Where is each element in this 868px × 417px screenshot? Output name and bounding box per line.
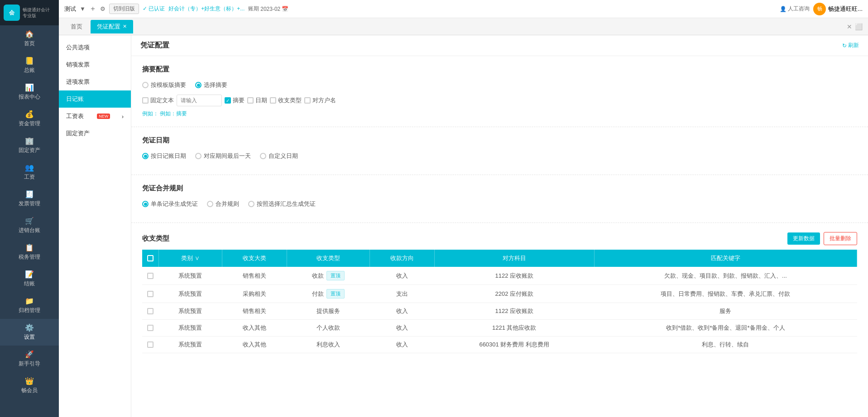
checkbox-party-name[interactable]: 对方户名	[304, 96, 336, 104]
left-nav-payroll[interactable]: 工资表 NEW ›	[59, 108, 131, 125]
checkbox-income-type[interactable]: 收支类型	[270, 96, 302, 104]
table-row: 系统预置 销售相关 提供服务 收入 1122 应收账款 服务	[142, 303, 857, 320]
sidebar-item-salary[interactable]: 👥 工资	[0, 159, 59, 185]
home-icon: 🏠	[25, 30, 34, 38]
sidebar-item-archive[interactable]: 📁 归档管理	[0, 292, 59, 319]
refresh-button[interactable]: ↻ 刷新	[842, 42, 859, 49]
radio-template[interactable]: 按模板版摘要	[142, 81, 186, 89]
sidebar-item-invoice[interactable]: 🧾 发票管理	[0, 185, 59, 212]
left-nav-public[interactable]: 公共选项	[59, 39, 131, 56]
cell-subject-2: 1122 应收账款	[434, 303, 594, 320]
radio-single-label: 单条记录生成凭证	[151, 200, 198, 208]
select-all-checkbox[interactable]	[147, 255, 153, 261]
radio-template-circle	[142, 82, 149, 88]
left-nav-purchase-invoice[interactable]: 进项发票	[59, 73, 131, 90]
cell-category-0: 系统预置	[158, 267, 222, 285]
calendar-icon[interactable]: 📅	[282, 6, 288, 12]
checkbox-party-label: 对方户名	[312, 96, 336, 104]
fixed-text-input[interactable]	[177, 95, 222, 106]
cell-keywords-4: 利息、行转、续自	[594, 336, 857, 353]
th-checkbox[interactable]	[142, 250, 158, 267]
row-checkbox-box-1[interactable]	[147, 291, 153, 297]
checkbox-date[interactable]: 日期	[247, 96, 267, 104]
row-checkbox-3[interactable]	[142, 320, 158, 336]
sidebar-item-reports[interactable]: 📊 报表中心	[0, 79, 59, 105]
table-row: 系统预置 收入其他 利息收入 收入 660301 财务费用 利息费用 利息、行转…	[142, 336, 857, 353]
reports-icon: 📊	[25, 83, 34, 92]
radio-custom-date[interactable]: 自定义日期	[260, 152, 298, 160]
tab-home[interactable]: 首页	[64, 20, 89, 33]
sidebar-item-settings[interactable]: ⚙️ 设置	[0, 319, 59, 346]
window-close-icon[interactable]: ✕	[847, 23, 852, 30]
sidebar-label-salary: 工资	[24, 173, 35, 181]
logo-text: 畅捷通好会计 专业版	[23, 7, 50, 19]
checkbox-fixed-box	[142, 97, 149, 104]
sidebar-item-guide[interactable]: 🚀 新手引导	[0, 346, 59, 372]
payroll-arrow-icon: ›	[122, 113, 124, 120]
sidebar-label-archive: 归档管理	[19, 307, 40, 314]
sidebar-item-assets[interactable]: 🏢 固定资产	[0, 132, 59, 159]
sidebar-label-purchase: 进销台账	[19, 227, 40, 234]
archive-icon: 📁	[25, 297, 34, 305]
date-title: 凭证日期	[142, 136, 857, 145]
add-button[interactable]: ＋	[89, 4, 96, 14]
topbar-settings-icon[interactable]: ⚙	[100, 5, 106, 12]
example-value: 例如：摘要	[160, 110, 187, 117]
row-checkbox-box-3[interactable]	[147, 325, 153, 331]
radio-single-record[interactable]: 单条记录生成凭证	[142, 200, 198, 208]
window-maximize-icon[interactable]: ⬜	[855, 23, 863, 30]
sidebar-item-ledger[interactable]: 📒 总账	[0, 52, 59, 79]
row-checkbox-box-0[interactable]	[147, 273, 153, 279]
radio-period-last[interactable]: 对应期间最后一天	[195, 152, 251, 160]
ledger-icon: 📒	[25, 57, 34, 65]
summary-checkbox-group: 固定文本 ✓ 摘要 日期 收支类型	[142, 95, 857, 106]
certified-tag: ✓ 已认证	[143, 5, 165, 13]
row-checkbox-0[interactable]	[142, 267, 158, 285]
sidebar-item-tax[interactable]: 📋 税务管理	[0, 239, 59, 265]
radio-select-label: 选择摘要	[204, 81, 227, 89]
checkbox-party-box	[304, 97, 311, 104]
row-checkbox-box-2[interactable]	[147, 308, 153, 314]
top-tag-btn-1[interactable]: 置顶	[326, 289, 345, 299]
sidebar-item-member[interactable]: 👑 畅会员	[0, 372, 59, 399]
tab-voucher-label: 凭证配置	[97, 23, 120, 31]
radio-summary-generate[interactable]: 按照选择汇总生成凭证	[248, 200, 316, 208]
radio-select[interactable]: 选择摘要	[195, 81, 227, 89]
user-area[interactable]: 畅 畅捷通旺旺...	[813, 3, 863, 15]
left-nav-sales-invoice[interactable]: 销项发票	[59, 56, 131, 73]
row-checkbox-1[interactable]	[142, 285, 158, 303]
sidebar-item-home[interactable]: 🏠 首页	[0, 25, 59, 52]
sidebar-item-purchase[interactable]: 🛒 进销台账	[0, 212, 59, 239]
batch-delete-button[interactable]: 批量删除	[824, 232, 857, 245]
row-checkbox-box-4[interactable]	[147, 341, 153, 348]
help-icon: 👤	[780, 6, 786, 12]
example-text: 例如： 例如：摘要	[142, 110, 857, 118]
row-checkbox-4[interactable]	[142, 336, 158, 353]
radio-merge-rule[interactable]: 合并规则	[207, 200, 239, 208]
merge-radio-group: 单条记录生成凭证 合并规则 按照选择汇总生成凭证	[142, 200, 857, 208]
top-tag-btn-0[interactable]: 置顶	[326, 271, 345, 280]
checkbox-fixed-text[interactable]: 固定文本	[142, 96, 174, 104]
radio-summary-label: 按照选择汇总生成凭证	[257, 200, 316, 208]
tab-home-label: 首页	[71, 23, 82, 30]
help-button[interactable]: 👤 人工咨询	[780, 5, 810, 13]
radio-diary-label: 按日记账日期	[151, 152, 186, 160]
tab-voucher-config[interactable]: 凭证配置 ✕	[91, 20, 133, 33]
checkbox-summary[interactable]: ✓ 摘要	[225, 96, 245, 104]
page-title: 凭证配置	[140, 41, 169, 50]
company-dropdown[interactable]: ▼	[80, 5, 86, 12]
update-data-button[interactable]: 更新数据	[787, 232, 820, 245]
cell-keywords-1: 项目、日常费用、报销款、车费、承兑汇票、付款	[594, 285, 857, 303]
assets-icon: 🏢	[25, 137, 34, 145]
sidebar-item-closing[interactable]: 📝 结账	[0, 265, 59, 292]
radio-diary-date[interactable]: 按日记账日期	[142, 152, 186, 160]
cell-bigtype-3: 收入其他	[222, 320, 287, 336]
old-version-button[interactable]: 切到旧版	[109, 4, 139, 14]
cell-type-2: 提供服务	[287, 303, 369, 320]
left-nav-diary[interactable]: 日记账	[59, 90, 131, 108]
tab-close-icon[interactable]: ✕	[123, 24, 127, 29]
left-nav-fixed-assets[interactable]: 固定资产	[59, 125, 131, 142]
checkbox-income-label: 收支类型	[278, 96, 302, 104]
sidebar-item-funds[interactable]: 💰 资金管理	[0, 105, 59, 132]
row-checkbox-2[interactable]	[142, 303, 158, 320]
